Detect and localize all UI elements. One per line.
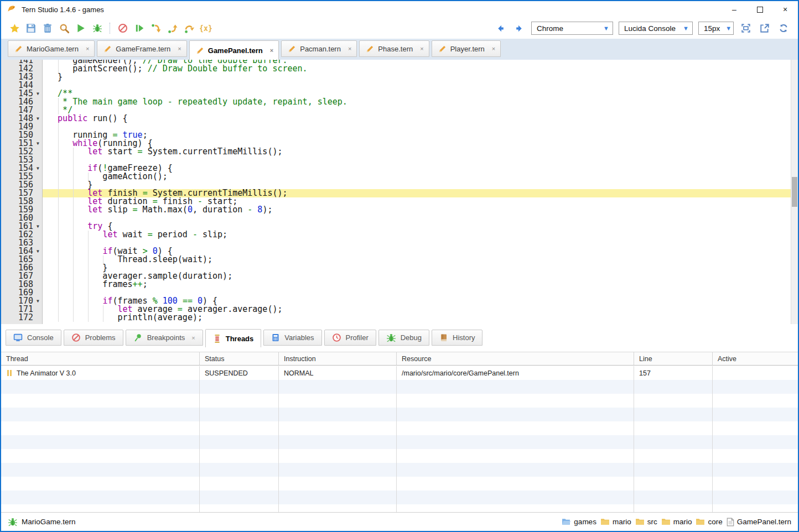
file-tab-pacman-tern[interactable]: Pacman.tern× [281,40,357,57]
step-into-button[interactable] [149,22,163,35]
empty-row [1,394,798,408]
code-text[interactable]: * The main game loop - repeatedly update… [43,98,791,106]
code-text[interactable]: averager.sample(duration); [43,272,791,280]
breadcrumb-item-core[interactable]: core [696,518,722,526]
editor-scrollbar[interactable] [791,60,798,324]
fold-toggle-icon[interactable]: ▼ [33,164,43,173]
browser-select[interactable]: Chrome▼ [531,22,613,35]
file-tab-gameframe-tern[interactable]: GameFrame.tern× [97,40,186,57]
window-title: Tern Studio 1.4.6 - games [22,6,104,14]
app-window: Tern Studio 1.4.6 - games – × {x} Chrome… [0,0,799,532]
fold-gutter [33,314,43,322]
fold-toggle-icon[interactable]: ▼ [33,222,43,231]
fold-toggle-icon[interactable]: ▼ [33,139,43,148]
nav-back-icon [496,24,505,33]
panel-tab-profiler[interactable]: Profiler [324,330,376,346]
empty-row [1,380,798,394]
font-select[interactable]: Lucida Console▼ [619,22,693,35]
fold-toggle-icon[interactable]: ▼ [33,90,43,98]
delete-button[interactable] [41,22,54,35]
breadcrumb-item-gamepanel-tern[interactable]: GamePanel.tern [727,518,791,526]
close-icon[interactable]: × [178,45,181,52]
file-tab-player-tern[interactable]: Player.tern× [432,40,501,57]
fold-gutter [33,106,43,114]
open-external-button[interactable] [758,22,771,35]
code-text[interactable]: let start = System.currentTimeMillis(); [43,148,791,156]
empty-row [1,449,798,463]
status-debug-target: MarioGame.tern [8,517,76,527]
column-header-line[interactable]: Line [634,352,712,365]
editor-scrollbar-thumb[interactable] [792,177,797,207]
breadcrumb-item-mario[interactable]: mario [600,518,631,526]
column-header-instruction[interactable]: Instruction [278,352,396,365]
panel-tab-console[interactable]: Console [6,330,61,346]
stop-button[interactable] [116,22,129,35]
debug-button[interactable] [91,22,104,35]
search-button[interactable] [58,22,71,35]
run-button[interactable] [74,22,87,35]
panel-tab-breakpoints[interactable]: Breakpoints× [126,330,203,346]
panel-tab-variables[interactable]: Variables [263,330,321,346]
thread-row[interactable]: The Animator V 3.0SUSPENDEDNORMAL/mario/… [1,366,798,380]
column-header-status[interactable]: Status [199,352,278,365]
panel-tab-bar: ConsoleProblemsBreakpoints×ThreadsVariab… [1,329,798,347]
code-text[interactable]: let slip = Math.max(0, duration - 8); [43,206,791,214]
code-text[interactable] [43,81,791,90]
refresh-button[interactable] [777,22,790,35]
close-button[interactable]: × [772,1,798,18]
evaluate-button[interactable]: {x} [199,22,212,35]
maximize-button[interactable] [747,1,772,18]
code-text[interactable]: running = true; [43,131,791,139]
close-icon[interactable]: × [492,45,495,52]
fullscreen-button[interactable] [739,22,753,35]
minimize-button[interactable]: – [722,1,747,18]
close-icon[interactable]: × [270,47,273,54]
close-icon[interactable]: × [348,45,351,52]
panel-tab-history[interactable]: History [432,330,482,346]
file-tab-phase-tern[interactable]: Phase.tern× [359,40,429,57]
cell-thread [1,421,199,435]
file-tab-gamepanel-tern[interactable]: GamePanel.tern× [189,40,279,60]
favorite-button[interactable] [8,22,21,35]
code-text[interactable]: gameAction(); [43,173,791,181]
fold-toggle-icon[interactable]: ▼ [33,114,43,123]
step-over-button[interactable] [183,22,196,35]
code-text[interactable]: paintScreen(); // Draw Double buffer to … [43,65,791,73]
nav-back-button[interactable] [494,22,507,35]
code-text[interactable]: Thread.sleep(wait); [43,255,791,264]
close-icon[interactable]: × [86,45,89,52]
fold-gutter [33,231,43,239]
font-size-select[interactable]: 15px▼ [698,22,734,35]
step-out-button[interactable] [166,22,179,35]
resume-button[interactable] [133,22,146,35]
code-text[interactable]: println(average); [43,314,791,322]
panel-tab-debug[interactable]: Debug [378,330,429,346]
close-icon[interactable]: × [191,335,195,341]
status-bar: MarioGame.tern gamesmariosrcmariocoreGam… [1,512,798,531]
code-text[interactable] [43,214,791,222]
code-text[interactable]: frames++; [43,280,791,289]
column-header-active[interactable]: Active [712,352,798,365]
column-header-resource[interactable]: Resource [396,352,634,365]
save-button[interactable] [24,22,38,35]
fold-toggle-icon[interactable]: ▼ [33,247,43,255]
code-editor[interactable]: 141 gameRender(); // Draw to the double … [1,60,798,324]
close-icon[interactable]: × [420,45,423,52]
column-header-thread[interactable]: Thread [1,352,199,365]
panel-tab-problems[interactable]: Problems [64,330,123,346]
breadcrumb-item-games[interactable]: games [562,518,596,526]
code-text[interactable]: */ [43,106,791,114]
breadcrumb-item-src[interactable]: src [635,518,657,526]
debug-icon [92,23,102,33]
line-number[interactable]: 172 [1,314,33,322]
cell-active [712,394,798,408]
nav-forward-button[interactable] [512,22,526,35]
code-text[interactable]: public run() { [43,114,791,123]
panel-tab-threads[interactable]: Threads [205,329,262,347]
code-text[interactable] [43,123,791,131]
breadcrumb-item-mario[interactable]: mario [661,518,692,526]
code-text[interactable]: } [43,73,791,81]
fold-toggle-icon[interactable]: ▼ [33,297,43,305]
file-tab-mariogame-tern[interactable]: MarioGame.tern× [8,40,95,57]
code-text[interactable]: let wait = period - slip; [43,231,791,239]
